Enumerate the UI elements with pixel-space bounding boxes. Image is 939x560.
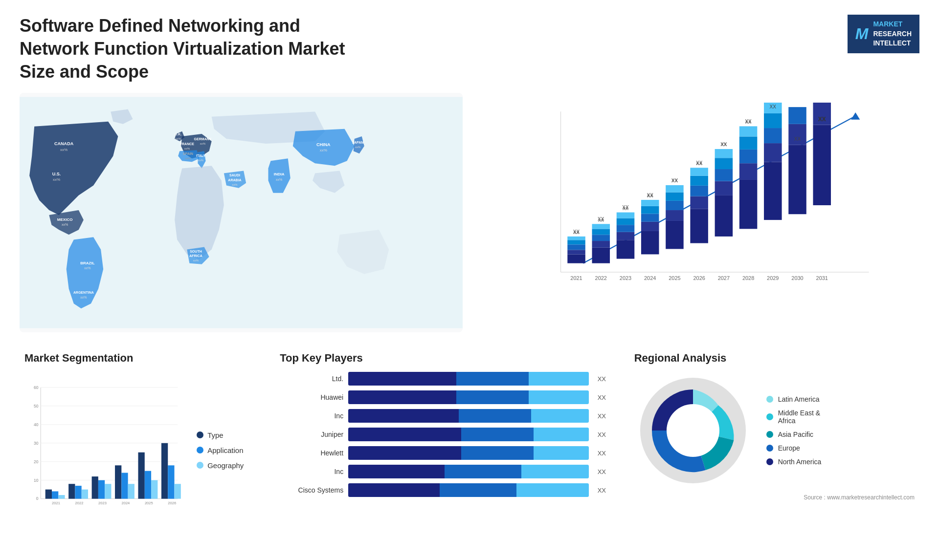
svg-rect-51 (617, 225, 635, 233)
donut-chart (634, 372, 752, 489)
svg-rect-75 (715, 169, 733, 181)
player-bar-seg-7a (348, 483, 440, 497)
svg-rect-50 (617, 232, 635, 240)
svg-text:xx%: xx% (53, 177, 60, 182)
svg-rect-55 (641, 231, 659, 254)
legend-item-geography: Geography (197, 461, 255, 470)
top-section: CANADA xx% U.S. xx% MEXICO xx% BRAZIL xx… (20, 93, 919, 332)
svg-rect-74 (715, 181, 733, 195)
svg-rect-49 (617, 240, 635, 259)
svg-text:30: 30 (34, 441, 39, 446)
svg-text:FRANCE: FRANCE (180, 142, 195, 146)
svg-text:ARABIA: ARABIA (228, 178, 241, 182)
svg-text:XX: XX (818, 116, 826, 123)
player-name-6: Inc (280, 468, 343, 475)
source-text: Source : www.marketresearchintellect.com (634, 494, 915, 501)
player-bar-seg-6b (445, 465, 521, 478)
svg-text:xx%: xx% (193, 259, 199, 262)
svg-text:XX: XX (720, 142, 727, 147)
player-row-2: Huawei XX (280, 390, 610, 404)
regional-legend-mea: Middle East &Africa (766, 409, 822, 425)
player-bars-7 (348, 483, 589, 497)
player-bar-seg-4c (534, 428, 589, 441)
svg-text:0: 0 (36, 496, 39, 501)
player-bar-seg-2c (529, 390, 589, 404)
player-bar-seg-1b (456, 372, 528, 386)
player-bar-seg-7c (516, 483, 588, 497)
svg-point-158 (667, 404, 719, 457)
logo-area: M MARKET RESEARCH INTELLECT (848, 15, 919, 53)
svg-rect-63 (666, 201, 684, 210)
svg-text:2024: 2024 (121, 501, 130, 505)
svg-text:XX: XX (794, 136, 801, 142)
player-xx-6: XX (598, 468, 610, 475)
svg-rect-68 (691, 196, 709, 209)
svg-text:U.S.: U.S. (52, 172, 61, 177)
player-row-5: Hewlett XX (280, 446, 610, 460)
legend-label-type: Type (207, 431, 224, 439)
svg-rect-83 (739, 127, 758, 137)
player-bar-seg-4a (348, 428, 461, 441)
regional-dot-mea (766, 413, 773, 420)
svg-text:AFRICA: AFRICA (189, 254, 202, 258)
regional-legend-europe: Europe (766, 444, 822, 452)
player-row-1: Ltd. XX (280, 372, 610, 386)
svg-rect-71 (691, 168, 709, 176)
player-bars-5 (348, 446, 589, 460)
svg-rect-88 (764, 113, 782, 128)
svg-text:2027: 2027 (718, 276, 730, 281)
svg-rect-91 (788, 145, 806, 215)
svg-text:2030: 2030 (792, 276, 804, 281)
svg-rect-135 (58, 495, 65, 499)
legend-dot-type (197, 431, 203, 438)
svg-rect-93 (788, 108, 806, 125)
svg-rect-147 (128, 484, 134, 499)
svg-rect-53 (617, 213, 635, 218)
svg-rect-64 (666, 193, 684, 201)
seg-legend: Type Application Geography (197, 372, 255, 528)
player-xx-5: XX (598, 450, 610, 457)
svg-rect-143 (105, 484, 111, 499)
svg-text:2031: 2031 (816, 276, 828, 281)
svg-rect-58 (641, 206, 659, 214)
svg-text:2025: 2025 (669, 276, 680, 281)
svg-text:ITALY: ITALY (196, 154, 205, 158)
player-xx-4: XX (598, 431, 610, 438)
player-name-4: Juniper (280, 431, 343, 438)
player-name-2: Huawei (280, 393, 343, 401)
player-bar-seg-7b (440, 483, 516, 497)
player-name-5: Hewlett (280, 449, 343, 457)
legend-item-application: Application (197, 446, 255, 454)
svg-text:CHINA: CHINA (316, 142, 331, 147)
svg-rect-40 (567, 240, 585, 245)
svg-rect-65 (666, 185, 684, 193)
svg-text:SPAIN: SPAIN (183, 152, 193, 156)
regional-label-apac: Asia Pacific (778, 431, 813, 438)
svg-text:CANADA: CANADA (54, 141, 74, 146)
player-bar-seg-6c (521, 465, 589, 478)
player-xx-7: XX (598, 487, 610, 494)
svg-text:U.K.: U.K. (175, 132, 181, 136)
svg-text:2026: 2026 (693, 276, 705, 281)
svg-text:xx%: xx% (355, 146, 361, 149)
svg-rect-137 (68, 484, 75, 499)
svg-rect-67 (691, 209, 709, 243)
player-xx-2: XX (598, 394, 610, 401)
svg-rect-77 (715, 149, 733, 158)
players-title: Top Key Players (280, 352, 610, 365)
player-bar-seg-1c (529, 372, 589, 386)
svg-text:xx%: xx% (276, 178, 282, 181)
regional-label-europe: Europe (778, 444, 800, 452)
player-row-6: Inc XX (280, 465, 610, 478)
page-wrapper: Software Defined Networking and Network … (0, 0, 939, 560)
svg-rect-73 (715, 195, 733, 237)
regional-dot-latin (766, 396, 773, 403)
svg-rect-41 (567, 237, 585, 240)
svg-rect-153 (161, 443, 168, 499)
player-bars-2 (348, 390, 589, 404)
regional-container: Regional Analysis (629, 347, 919, 538)
svg-rect-87 (764, 128, 782, 143)
svg-rect-47 (592, 224, 610, 229)
svg-text:xx%: xx% (185, 157, 191, 160)
svg-rect-94 (813, 125, 831, 205)
